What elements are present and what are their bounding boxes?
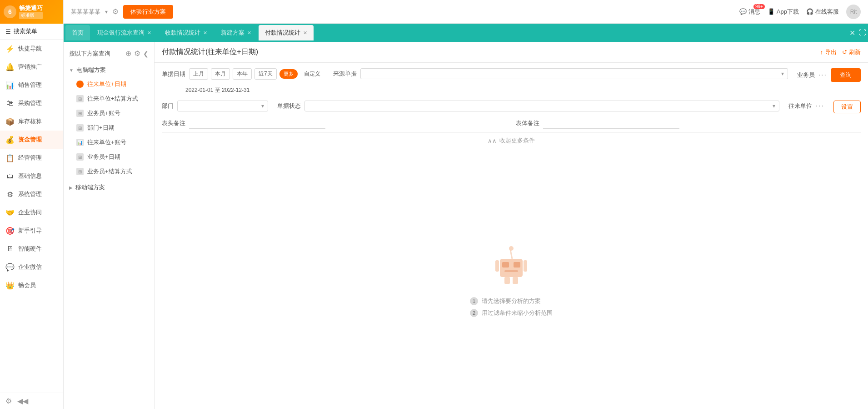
scheme-item-staff-date[interactable]: ⊞ 业务员+日期	[64, 150, 154, 164]
panel-collapse-icon[interactable]: ❮	[143, 50, 149, 57]
sidebar-item-wechat[interactable]: 💬 企业微信	[0, 258, 63, 276]
sidebar-item-guide[interactable]: 🎯 新手引导	[0, 222, 63, 240]
tab-new-scheme-close[interactable]: ✕	[247, 30, 251, 35]
collapse-icon: ∧∧	[488, 137, 497, 144]
scheme-item-staff-account[interactable]: ⊞ 业务员+账号	[64, 106, 154, 121]
svg-rect-7	[513, 277, 518, 284]
more-btn[interactable]: 更多	[279, 69, 298, 79]
tab-receipt-close[interactable]: ✕	[203, 30, 207, 35]
sidebar-item-label: 经营管理	[18, 154, 42, 162]
sidebar-item-collab[interactable]: 🤝 企业协同	[0, 203, 63, 222]
company-dropdown-icon[interactable]: ▾	[105, 9, 108, 15]
tab-payment-stats[interactable]: 付款情况统计 ✕	[259, 25, 314, 40]
scheme-item-unit-account[interactable]: 📊 往来单位+账号	[64, 135, 154, 150]
message-button[interactable]: 💬 消息 99+	[739, 8, 760, 16]
doc-status-select[interactable]: ▾	[304, 101, 779, 111]
staff-dots[interactable]: ···	[818, 71, 827, 79]
scheme-item-label: 部门+日期	[87, 124, 115, 132]
tab-expand-icon[interactable]: ⛶	[859, 29, 866, 37]
tab-home-label: 首页	[72, 29, 84, 37]
source-doc-select[interactable]: ▾	[360, 68, 788, 79]
refresh-button[interactable]: ↺ 刷新	[842, 48, 861, 56]
scheme-item-unit-settle[interactable]: ⊞ 往来单位+结算方式	[64, 91, 154, 106]
date-range-display: 2022-01-01 至 2022-12-31	[162, 86, 861, 94]
this-month-btn[interactable]: 本月	[211, 68, 230, 80]
tab-receipt-stats[interactable]: 收款情况统计 ✕	[159, 25, 214, 40]
sidebar-item-system[interactable]: ⚙ 系统管理	[0, 185, 63, 203]
dept-chevron: ▾	[261, 103, 264, 109]
nav-list: ⚡ 快捷导航 🔔 营销推广 📊 销售管理 🛍 采购管理 📦 库存核算 💰 资金管…	[0, 40, 63, 393]
empty-tip-1: 1 请先选择要分析的方案	[470, 297, 553, 305]
capital-icon: 💰	[5, 135, 15, 144]
date-buttons: 上月 本月 本年 近7天 更多 自定义	[189, 68, 324, 80]
doc-status-label: 单据状态	[277, 102, 301, 110]
tab-bank-flow-close[interactable]: ✕	[147, 30, 151, 35]
topbar-gear-icon[interactable]: ⚙	[112, 7, 119, 16]
scheme-active-icon	[76, 81, 84, 88]
sidebar-item-hardware[interactable]: 🖥 智能硬件	[0, 240, 63, 258]
body-note-input[interactable]	[543, 118, 679, 129]
collapse-more-button[interactable]: ∧∧ 收起更多条件	[162, 132, 861, 148]
custom-btn[interactable]: 自定义	[300, 69, 324, 79]
trial-button[interactable]: 体验行业方案	[123, 5, 173, 19]
settings-button[interactable]: 设置	[833, 101, 861, 113]
scheme-table-icon: ⊞	[76, 95, 84, 102]
dept-label: 部门	[162, 102, 174, 110]
sidebar-item-label: 企业协同	[18, 208, 42, 217]
marketing-icon: 🔔	[5, 62, 15, 71]
scheme-item-unit-date[interactable]: 往来单位+日期	[64, 77, 154, 91]
tab-bank-flow[interactable]: 现金银行流水查询 ✕	[91, 25, 158, 40]
sidebar-settings-icon[interactable]: ⚙	[5, 397, 12, 405]
sidebar-item-marketing[interactable]: 🔔 营销推广	[0, 58, 63, 76]
page-content: 按以下方案查询 ⊕ ⚙ ❮ ▼ 电脑端方案 往来单位+日期 ⊞	[64, 42, 868, 409]
sidebar-item-inventory[interactable]: 📦 库存核算	[0, 112, 63, 131]
scheme-settings-icon[interactable]: ⚙	[134, 49, 140, 58]
body-note-label: 表体备注	[516, 119, 539, 127]
export-button[interactable]: ↑ 导出	[820, 48, 837, 56]
empty-tip-2: 2 用过滤条件来缩小分析范围	[470, 309, 553, 317]
service-button[interactable]: 🎧 在线客服	[806, 8, 839, 16]
sidebar-item-capital[interactable]: 💰 资金管理	[0, 131, 63, 149]
user-avatar[interactable]: Rit	[846, 5, 861, 19]
sidebar-collapse-icon[interactable]: ◀◀	[17, 397, 28, 405]
scheme-chart-icon: 📊	[76, 139, 84, 146]
tab-new-scheme-label: 新建方案	[221, 29, 244, 37]
app-download-button[interactable]: 📱 App下载	[768, 8, 799, 16]
page-title: 付款情况统计(往来单位+日期)	[162, 47, 258, 57]
sidebar-item-basic-info[interactable]: 🗂 基础信息	[0, 167, 63, 185]
search-menu[interactable]: ☰ 搜索菜单	[0, 24, 63, 40]
tab-home[interactable]: 首页	[65, 25, 90, 40]
this-year-btn[interactable]: 本年	[233, 68, 252, 80]
partner-dots[interactable]: ···	[816, 102, 824, 110]
scheme-item-dept-date[interactable]: ⊞ 部门+日期	[64, 121, 154, 135]
source-doc-group: 来源单据 ▾	[333, 68, 788, 79]
desktop-section-title[interactable]: ▼ 电脑端方案	[64, 63, 154, 77]
sidebar-item-purchase[interactable]: 🛍 采购管理	[0, 94, 63, 112]
tabbar-actions: ✕ ⛶	[849, 29, 866, 37]
mobile-section-title[interactable]: ▶ 移动端方案	[64, 181, 154, 194]
svg-rect-3	[504, 270, 518, 272]
header-note-input[interactable]	[189, 118, 325, 129]
last-7-btn[interactable]: 近7天	[254, 68, 277, 80]
last-month-btn[interactable]: 上月	[189, 68, 208, 80]
mobile-section-label: 移动端方案	[75, 183, 105, 192]
query-button[interactable]: 查询	[831, 68, 861, 82]
tab-close-all-icon[interactable]: ✕	[849, 29, 855, 37]
tab-payment-close[interactable]: ✕	[303, 30, 307, 35]
empty-illustration	[489, 243, 534, 290]
scheme-item-label: 往来单位+日期	[87, 80, 126, 88]
sidebar-item-sales[interactable]: 📊 销售管理	[0, 76, 63, 94]
empty-state: 1 请先选择要分析的方案 2 用过滤条件来缩小分析范围	[155, 154, 868, 409]
sidebar-item-business[interactable]: 📋 经营管理	[0, 149, 63, 167]
sidebar-item-quick-nav[interactable]: ⚡ 快捷导航	[0, 40, 63, 58]
sidebar-bottom: ⚙ ◀◀	[0, 393, 63, 409]
dept-select[interactable]: ▾	[177, 101, 268, 111]
scheme-item-staff-settle[interactable]: ⊞ 业务员+结算方式	[64, 164, 154, 179]
purchase-icon: 🛍	[5, 99, 15, 108]
tab-new-scheme[interactable]: 新建方案 ✕	[215, 25, 258, 40]
sidebar-item-label: 销售管理	[18, 81, 42, 89]
source-doc-label: 来源单据	[333, 70, 357, 78]
date-filter-group: 单据日期 上月 本月 本年 近7天 更多 自定义	[162, 68, 324, 80]
add-scheme-icon[interactable]: ⊕	[125, 49, 131, 58]
sidebar-item-member[interactable]: 👑 畅会员	[0, 276, 63, 294]
